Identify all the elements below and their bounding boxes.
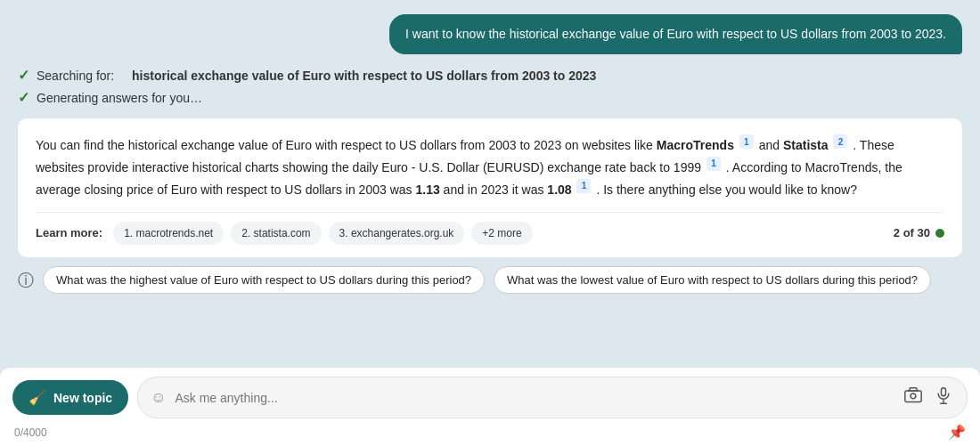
answer-card: You can find the historical exchange val… [18, 118, 962, 257]
check-icon-gen: ✓ [18, 89, 29, 106]
bottom-bar-top: 🧹 New topic ☺ [12, 377, 968, 418]
svg-rect-2 [942, 388, 946, 396]
emoji-icon: ☺ [151, 389, 166, 407]
source-link-1[interactable]: 1. macrotrends.net [113, 222, 224, 245]
answer-part-2: and [759, 138, 783, 152]
user-bubble: I want to know the historical exchange v… [389, 14, 962, 54]
suggestion-row: ⓘ What was the highest value of Euro wit… [18, 266, 962, 294]
check-icon-search: ✓ [18, 67, 29, 84]
green-dot [935, 229, 944, 238]
mic-icon-button[interactable] [933, 385, 954, 410]
source-link-3[interactable]: 3. exchangerates.org.uk [329, 222, 465, 245]
input-right-icons [902, 385, 954, 410]
val-2023: 1.08 [547, 182, 571, 197]
more-badge[interactable]: +2 more [471, 222, 532, 245]
answer-text: You can find the historical exchange val… [36, 134, 944, 201]
searching-prefix: Searching for: [37, 69, 114, 83]
searching-query: historical exchange value of Euro with r… [132, 69, 596, 83]
brand-statista: Statista [783, 138, 829, 152]
camera-icon-button[interactable] [902, 385, 924, 410]
generating-status-row: ✓ Generating answers for you… [18, 89, 962, 106]
char-count: 0/4000 [14, 426, 47, 439]
svg-rect-0 [905, 391, 921, 402]
citation-2a[interactable]: 2 [833, 134, 847, 149]
learn-more-row: Learn more: 1. macrotrends.net 2. statis… [36, 212, 944, 245]
svg-point-1 [911, 393, 916, 399]
page-count: 2 of 30 [894, 223, 944, 243]
new-topic-label: New topic [53, 391, 112, 405]
ask-input[interactable] [175, 391, 894, 405]
citation-1c[interactable]: 1 [576, 179, 591, 193]
citation-1a[interactable]: 1 [739, 134, 754, 149]
answer-part-6: . Is there anything else you would like … [596, 182, 857, 197]
suggestion-chip-1[interactable]: What was the highest value of Euro with … [43, 266, 485, 294]
input-area: ☺ [137, 377, 968, 418]
searching-status-row: ✓ Searching for: historical exchange val… [18, 67, 962, 84]
source-link-2[interactable]: 2. statista.com [231, 222, 321, 245]
generating-text: Generating answers for you… [37, 91, 202, 105]
answer-part-5: and in 2023 it was [444, 182, 548, 197]
bottom-bar-footer: 0/4000 📌 [12, 420, 968, 441]
brand-macrotrends: MacroTrends [657, 138, 734, 152]
user-message-row: I want to know the historical exchange v… [18, 14, 962, 54]
learn-more-label: Learn more: [36, 223, 102, 243]
answer-part-1: You can find the historical exchange val… [36, 138, 657, 152]
suggestion-chip-2[interactable]: What was the lowest value of Euro with r… [494, 266, 931, 294]
suggestion-question-icon: ⓘ [18, 270, 34, 291]
pin-icon[interactable]: 📌 [948, 424, 966, 441]
new-topic-button[interactable]: 🧹 New topic [12, 380, 128, 415]
bottom-bar: 🧹 New topic ☺ [0, 367, 980, 446]
val-2003: 1.13 [415, 182, 439, 197]
broom-icon: 🧹 [29, 389, 46, 406]
citation-1b[interactable]: 1 [706, 157, 721, 171]
